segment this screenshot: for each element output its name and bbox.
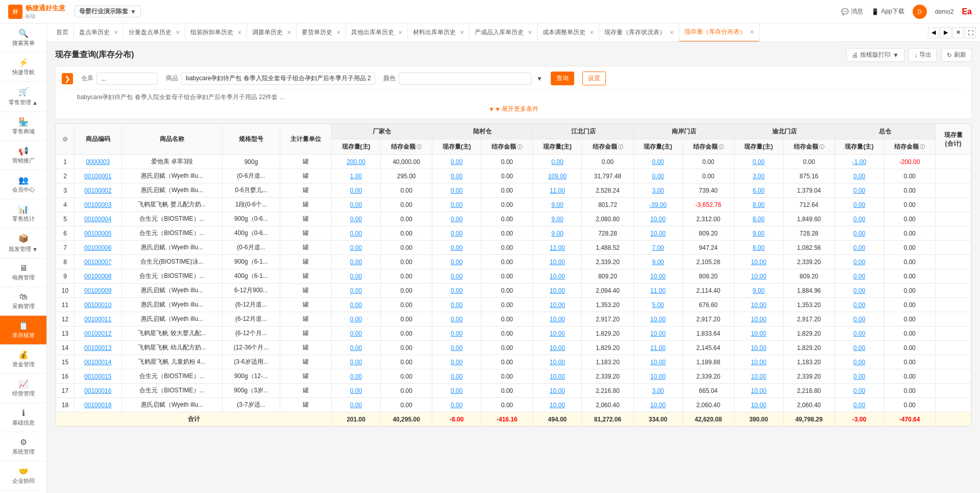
topbar-extra[interactable]: Ea xyxy=(962,7,972,16)
tab-material[interactable]: 材料出库单历史 ✕ xyxy=(408,24,470,42)
sidebar-item-guide[interactable]: 🎯 新手引导 xyxy=(0,490,46,493)
close-icon[interactable]: ✕ xyxy=(528,30,532,35)
tab-home[interactable]: 首页 xyxy=(51,24,74,42)
tab-close-all-btn[interactable]: ✕ xyxy=(952,27,964,38)
tab-transfer[interactable]: 调拨单历史 ✕ xyxy=(247,24,297,42)
row-name: 合生元（BIOSTIME）... xyxy=(121,369,223,384)
row-jb-amt: 728.28 xyxy=(582,226,633,241)
row-yb-qty: 0.00 xyxy=(734,155,783,169)
tab-stocktake[interactable]: 盘点单历史 ✕ xyxy=(74,24,124,42)
th-t-qty: 现存量(主) xyxy=(835,139,884,155)
info-icon-1[interactable]: ⓘ xyxy=(416,144,422,150)
close-icon[interactable]: ✕ xyxy=(750,29,754,35)
close-icon[interactable]: ✕ xyxy=(237,30,241,35)
sidebar-item-ecom[interactable]: 🖥 电商管理 xyxy=(0,259,46,287)
tab-outbound[interactable]: 其他出库单历史 ✕ xyxy=(346,24,408,42)
row-f-qty: 0.00 xyxy=(332,241,381,255)
color-dropdown-icon[interactable]: ▼ xyxy=(536,75,543,82)
column-settings-icon[interactable]: ⚙ xyxy=(62,136,68,143)
total-jb-amt: 81,272.06 xyxy=(582,412,633,427)
th-l-qty: 现存量(主) xyxy=(432,139,481,155)
warehouse-input[interactable] xyxy=(96,73,158,85)
sidebar-item-base[interactable]: ℹ 基础信息 xyxy=(0,403,46,432)
row-na-amt: 2,917.20 xyxy=(682,312,734,326)
tab-order[interactable]: 要货单历史 ✕ xyxy=(297,24,346,42)
close-icon[interactable]: ✕ xyxy=(287,30,291,35)
retail-icon: 🛒 xyxy=(18,87,29,97)
sidebar-item-collab[interactable]: 🤝 企业协同 xyxy=(0,461,46,490)
sidebar-member-label: 会员中心 xyxy=(2,186,44,194)
sidebar-ecom-label: 电商管理 xyxy=(2,274,44,281)
sidebar-item-purchase[interactable]: 🛍 采购管理 xyxy=(0,287,46,316)
row-t-qty: 0.00 xyxy=(835,212,884,226)
row-l-qty: 0.00 xyxy=(432,198,481,212)
row-na-qty: 9.00 xyxy=(633,255,682,269)
row-spec: 900g（12-... xyxy=(223,369,280,384)
table-row: 8 00100007 合生元(BIOSTIME)泳... 900g（6-1...… xyxy=(56,255,971,269)
tab-stock-status[interactable]: 现存量（库存状况表） ✕ xyxy=(599,24,679,42)
sidebar-collab-label: 企业协同 xyxy=(2,477,44,485)
close-icon[interactable]: ✕ xyxy=(590,30,594,35)
refresh-btn[interactable]: ↻ 刷新 xyxy=(941,48,972,62)
sidebar-item-stats[interactable]: 📊 零售统计 xyxy=(0,199,46,228)
row-na-amt: 2,312.00 xyxy=(682,212,734,226)
expand-conditions-btn[interactable]: ▼▼ 展开更多条件 xyxy=(488,105,538,113)
query-btn[interactable]: 查询 xyxy=(551,72,574,85)
table-row: 5 00100004 合生元（BIOSTIME）... 900g（0-6... … xyxy=(56,212,971,226)
tab-expand-btn[interactable]: ⛶ xyxy=(965,27,976,38)
sidebar-item-wholesale[interactable]: 📦 批发管理 ▼ xyxy=(0,228,46,259)
info-icon-3[interactable]: ⓘ xyxy=(618,144,623,150)
row-f-amt: 0.00 xyxy=(381,398,432,412)
tab-cost[interactable]: 成本调整单历史 ✕ xyxy=(537,24,599,42)
tab-stock-dist[interactable]: 现存量（库存分布表） ✕ xyxy=(679,24,760,42)
close-icon[interactable]: ✕ xyxy=(670,30,674,35)
settings-btn[interactable]: 设置 xyxy=(582,72,606,85)
tab-part-stocktake[interactable]: 分量盘点单历史 ✕ xyxy=(124,24,185,42)
color-input[interactable] xyxy=(399,73,531,85)
goods-input[interactable] xyxy=(181,73,375,85)
search-collapse-btn[interactable]: ❯ xyxy=(62,73,73,84)
info-icon-2[interactable]: ⓘ xyxy=(517,144,522,150)
tab-assembly[interactable]: 组装拆卸单历史 ✕ xyxy=(185,24,247,42)
download-btn[interactable]: 📱 App下载 xyxy=(871,7,904,16)
sidebar-item-finance[interactable]: 💰 资金管理 xyxy=(0,345,46,374)
row-t-qty: 0.00 xyxy=(835,398,884,412)
tab-finished[interactable]: 产成品入库单历史 ✕ xyxy=(470,24,537,42)
sidebar-item-marketing[interactable]: 📢 营销推广 xyxy=(0,141,46,170)
tab-next-btn[interactable]: ▶ xyxy=(940,27,951,38)
row-na-qty: 10.00 xyxy=(633,212,682,226)
row-spec: (12-36个月... xyxy=(223,341,280,355)
sidebar-item-sys[interactable]: ⚙ 系统管理 xyxy=(0,432,46,461)
row-t-qty: 0.00 xyxy=(835,326,884,341)
row-na-qty: 0.00 xyxy=(633,155,682,169)
info-icon-4[interactable]: ⓘ xyxy=(719,144,724,150)
message-btn[interactable]: 💬 消息 xyxy=(841,7,863,16)
close-icon[interactable]: ✕ xyxy=(398,30,402,35)
close-icon[interactable]: ✕ xyxy=(460,30,464,35)
print-btn[interactable]: 🖨 按模版打印 ▼ xyxy=(846,48,904,62)
sidebar-item-shop[interactable]: 🏪 零售商城 xyxy=(0,112,46,141)
user-avatar[interactable]: D xyxy=(913,5,927,19)
row-f-qty: 0.00 xyxy=(332,398,381,412)
row-yb-amt: 2,060.40 xyxy=(783,398,835,412)
row-l-qty: 0.00 xyxy=(432,255,481,269)
sidebar-item-retail[interactable]: 🛒 零售管理 ▲ xyxy=(0,82,46,112)
marketing-icon: 📢 xyxy=(2,146,44,156)
row-yb-qty: 8.00 xyxy=(734,198,783,212)
sidebar-item-member[interactable]: 👥 会员中心 xyxy=(0,170,46,199)
row-yb-amt: 1,082.56 xyxy=(783,241,835,255)
close-icon[interactable]: ✕ xyxy=(176,30,180,35)
total-jb-qty: 494.00 xyxy=(533,412,582,427)
info-icon-6[interactable]: ⓘ xyxy=(920,144,925,150)
export-btn[interactable]: ↓ 导出 xyxy=(909,48,937,62)
sidebar-item-quick[interactable]: ⚡ 快捷导航 xyxy=(0,53,46,82)
sidebar-item-biz[interactable]: 📈 经营管理 xyxy=(0,374,46,403)
info-icon-5[interactable]: ⓘ xyxy=(819,144,824,150)
tab-prev-btn[interactable]: ◀ xyxy=(928,27,939,38)
row-unit: 罐 xyxy=(280,269,331,284)
sidebar-item-inventory[interactable]: 📋 库存核算 xyxy=(0,316,46,345)
sidebar-item-search[interactable]: 🔍 搜索英单 xyxy=(0,24,46,53)
close-icon[interactable]: ✕ xyxy=(114,30,118,35)
close-icon[interactable]: ✕ xyxy=(336,30,340,35)
industry-selector[interactable]: 母婴行业演示陈套 ▼ xyxy=(75,6,141,17)
